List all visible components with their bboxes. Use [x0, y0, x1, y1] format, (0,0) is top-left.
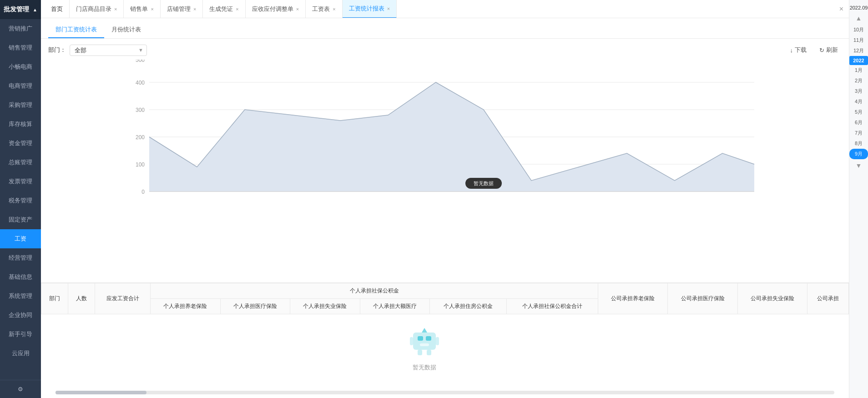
tab-close-icon[interactable]: × — [296, 6, 299, 12]
tab-应收应付调整单[interactable]: 应收应付调整单× — [246, 0, 306, 18]
timeline-current-year: 2022.09 — [849, 4, 868, 12]
refresh-label: 刷新 — [826, 46, 838, 54]
svg-rect-15 — [413, 333, 436, 350]
chart-svg: 0 100 200 300 400 500 暂无数据 — [48, 60, 842, 196]
th-personal-critical: 个人承担大额医疗 — [360, 299, 429, 314]
svg-marker-23 — [422, 328, 427, 333]
timeline-panel: 2022.09 ▲ 10月11月12月20221月2月3月4月5月6月7月8月9… — [849, 0, 868, 398]
svg-rect-22 — [427, 350, 431, 355]
content-area: 部门工资统计表月份统计表 部门： 全部 ▼ ↓ 下载 ↻ — [41, 18, 849, 398]
sidebar-item-系统管理[interactable]: 系统管理 — [0, 287, 41, 306]
timeline-month-item[interactable]: 11月 — [849, 35, 868, 45]
tab-label: 工资表 — [312, 5, 330, 13]
chart-area: 0 100 200 300 400 500 暂无数据 — [41, 60, 849, 282]
sidebar-item-新手引导[interactable]: 新手引导 — [0, 325, 41, 344]
th-dept: 部门 — [41, 283, 68, 314]
tab-close-icon[interactable]: × — [333, 6, 335, 12]
svg-rect-19 — [410, 337, 413, 345]
tab-label: 工资统计报表 — [349, 5, 384, 13]
svg-text:暂无数据: 暂无数据 — [474, 181, 494, 186]
sidebar-item-销售管理[interactable]: 销售管理 — [0, 38, 41, 57]
tab-close-icon[interactable]: × — [151, 6, 153, 12]
refresh-button[interactable]: ↻ 刷新 — [816, 44, 842, 56]
sidebar-item-经营管理[interactable]: 经营管理 — [0, 248, 41, 267]
window-close-button[interactable]: × — [839, 5, 845, 13]
svg-text:100: 100 — [136, 161, 145, 168]
th-count: 人数 — [68, 283, 95, 314]
tab-工资表[interactable]: 工资表× — [306, 0, 342, 18]
timeline-up-arrow[interactable]: ▲ — [854, 13, 864, 24]
svg-rect-18 — [420, 343, 429, 346]
timeline-month-item[interactable]: 1月 — [849, 65, 868, 76]
empty-text: 暂无数据 — [413, 363, 436, 372]
sub-tab-部门工资统计表[interactable]: 部门工资统计表 — [48, 22, 104, 38]
tab-close-icon[interactable]: × — [387, 6, 390, 11]
timeline-month-item[interactable]: 4月 — [849, 96, 868, 107]
tab-生成凭证[interactable]: 生成凭证× — [203, 0, 245, 18]
timeline-down-arrow[interactable]: ▼ — [854, 160, 864, 171]
timeline-month-item[interactable]: 3月 — [849, 86, 868, 96]
sub-tab-bar: 部门工资统计表月份统计表 — [41, 18, 849, 39]
dept-label: 部门： — [48, 46, 66, 54]
download-label: 下载 — [795, 46, 807, 54]
sidebar-header[interactable]: 批发管理 ▲ — [0, 0, 41, 19]
tab-label: 门店商品目录 — [76, 5, 111, 13]
timeline-year-label[interactable]: 2022 — [849, 56, 868, 65]
sidebar-item-云应用[interactable]: 云应用 — [0, 344, 41, 363]
settings-icon: ⚙ — [18, 386, 23, 393]
svg-text:0: 0 — [141, 189, 145, 195]
tab-close-icon[interactable]: × — [193, 6, 196, 12]
sidebar-item-工资[interactable]: 工资 — [0, 229, 41, 248]
sidebar-item-营销推广[interactable]: 营销推广 — [0, 19, 41, 38]
dept-select[interactable]: 全部 — [70, 45, 147, 56]
timeline-month-item[interactable]: 7月 — [849, 128, 868, 138]
timeline-month-item[interactable]: 2月 — [849, 76, 868, 86]
tab-close-icon[interactable]: × — [236, 6, 238, 12]
timeline-month-item[interactable]: 6月 — [849, 117, 868, 128]
sidebar-item-发票管理[interactable]: 发票管理 — [0, 172, 41, 191]
close-icon[interactable]: × — [839, 5, 843, 13]
sidebar-item-企业协同[interactable]: 企业协同 — [0, 306, 41, 325]
refresh-icon: ↻ — [819, 47, 824, 54]
horizontal-scrollbar[interactable] — [56, 391, 834, 394]
sidebar-item-总账管理[interactable]: 总账管理 — [0, 153, 41, 172]
timeline-month-item[interactable]: 5月 — [849, 107, 868, 117]
th-company-other: 公司承担 — [807, 283, 849, 314]
tab-bar: 首页门店商品目录×销售单×店铺管理×生成凭证×应收应付调整单×工资表×工资统计报… — [41, 0, 849, 18]
sub-tab-月份统计表[interactable]: 月份统计表 — [104, 22, 148, 38]
scroll-thumb[interactable] — [56, 391, 146, 394]
sidebar-item-小畅电商[interactable]: 小畅电商 — [0, 57, 41, 76]
timeline-month-item[interactable]: 8月 — [849, 138, 868, 149]
sidebar-footer-settings[interactable]: ⚙ — [0, 380, 41, 398]
download-button[interactable]: ↓ 下载 — [787, 44, 811, 56]
sidebar-item-采购管理[interactable]: 采购管理 — [0, 96, 41, 115]
svg-rect-17 — [426, 336, 431, 341]
tab-店铺管理[interactable]: 店铺管理× — [161, 0, 203, 18]
data-table: 部门 人数 应发工资合计 个人承担社保公积金 公司承担养老保险 公司承担医疗保险… — [41, 283, 849, 381]
empty-state: 暂无数据 — [41, 314, 807, 381]
timeline-month-item[interactable]: 12月 — [849, 45, 868, 56]
download-icon: ↓ — [790, 47, 793, 54]
sidebar-item-固定资产[interactable]: 固定资产 — [0, 210, 41, 229]
timeline-month-item[interactable]: 10月 — [849, 25, 868, 35]
tab-label: 应收应付调整单 — [252, 5, 293, 13]
sidebar-item-电商管理[interactable]: 电商管理 — [0, 76, 41, 96]
tab-销售单[interactable]: 销售单× — [124, 0, 160, 18]
tab-首页[interactable]: 首页 — [45, 0, 70, 18]
sidebar-header-label: 批发管理 — [4, 5, 29, 14]
toolbar-left: 部门： 全部 ▼ — [48, 45, 147, 56]
tab-label: 首页 — [51, 5, 63, 13]
tab-工资统计报表[interactable]: 工资统计报表× — [343, 0, 397, 18]
sidebar-item-基础信息[interactable]: 基础信息 — [0, 267, 41, 287]
sidebar-item-税务管理[interactable]: 税务管理 — [0, 191, 41, 210]
th-personal-housing: 个人承担住房公积金 — [430, 299, 507, 314]
tab-close-icon[interactable]: × — [114, 6, 117, 12]
timeline-month-active[interactable]: 9月 — [849, 149, 868, 159]
dept-select-wrapper: 全部 ▼ — [70, 45, 147, 56]
tab-门店商品目录[interactable]: 门店商品目录× — [70, 0, 124, 18]
sidebar-item-库存核算[interactable]: 库存核算 — [0, 115, 41, 134]
sidebar-item-资金管理[interactable]: 资金管理 — [0, 134, 41, 153]
sidebar: 批发管理 ▲ 营销推广销售管理小畅电商电商管理采购管理库存核算资金管理总账管理发… — [0, 0, 41, 398]
main-area: 首页门店商品目录×销售单×店铺管理×生成凭证×应收应付调整单×工资表×工资统计报… — [41, 0, 849, 398]
th-personal-medical: 个人承担医疗保险 — [220, 299, 290, 314]
